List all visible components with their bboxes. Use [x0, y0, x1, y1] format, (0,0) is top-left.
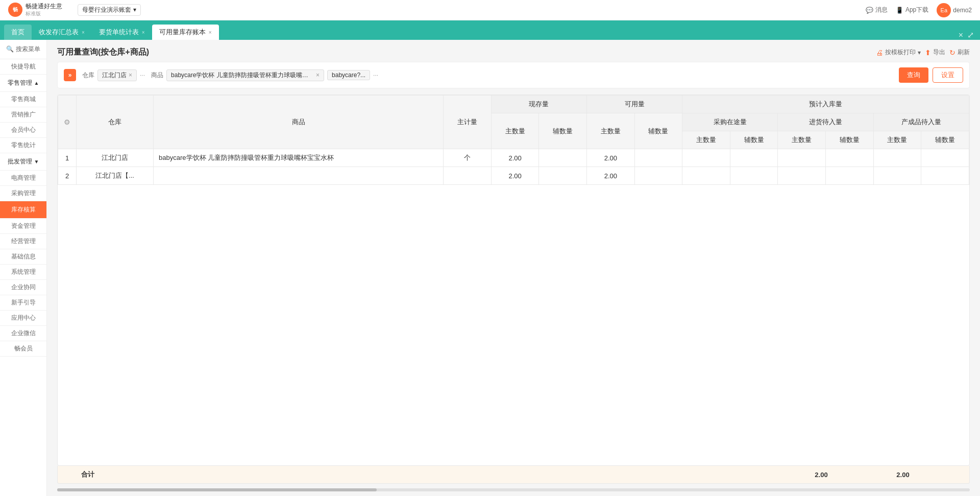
sidebar-item-jichu[interactable]: 基础信息 — [0, 249, 46, 265]
sidebar-item-xinshou[interactable]: 新手引导 — [0, 295, 46, 311]
sidebar-label-shangcheng: 零售商城 — [11, 96, 36, 103]
fullscreen-icon[interactable]: ⤢ — [967, 30, 974, 40]
sidebar-item-pifa[interactable]: 批发管理 ▼ — [0, 153, 46, 171]
tab-shoufacun[interactable]: 收发存汇总表 × — [32, 25, 92, 40]
cell-warehouse: 江北门店 — [77, 149, 154, 167]
tab-keyongliang[interactable]: 可用量库存账本 × — [152, 25, 219, 40]
store-name: 母婴行业演示账套 — [82, 6, 131, 14]
filter-toggle-btn[interactable]: » — [64, 69, 76, 81]
query-button[interactable]: 查询 — [899, 67, 928, 83]
th-purchase-label: 采购在途量 — [714, 118, 747, 126]
cell-stock-aux — [539, 167, 587, 185]
th-purchase-main: 主数量 — [682, 131, 730, 149]
product1-remove-icon[interactable]: × — [316, 72, 320, 79]
scroll-bar-thumb[interactable] — [57, 488, 377, 491]
tab-yaohuo[interactable]: 要货单统计表 × — [92, 25, 152, 40]
sidebar-label-kucun: 库存核算 — [11, 205, 36, 214]
refresh-icon: ↻ — [949, 49, 955, 57]
sidebar-label-jingying: 经营管理 — [11, 238, 36, 245]
th-main-unit: 主计量 — [444, 96, 492, 149]
th-avail-label: 可用量 — [625, 100, 645, 108]
cell-purchase-main — [682, 167, 730, 185]
sidebar-item-lingxiao[interactable]: 零售管理 ▲ — [0, 75, 46, 92]
sidebar-item-shangcheng[interactable]: 零售商城 — [0, 92, 46, 107]
tab-home[interactable]: 首页 — [4, 25, 32, 40]
cell-product — [154, 167, 444, 185]
product-more-icon[interactable]: ··· — [373, 72, 378, 79]
sidebar-item-zijin[interactable]: 资金管理 — [0, 219, 46, 234]
sidebar-label-dianshang: 电商管理 — [11, 174, 36, 181]
sidebar-item-jingying[interactable]: 经营管理 — [0, 234, 46, 249]
product-tag2[interactable]: babycare?... — [327, 70, 370, 80]
column-settings-icon[interactable]: ⚙ — [64, 118, 70, 126]
scroll-bar-track[interactable] — [57, 488, 970, 491]
cell-warehouse: 江北门店【... — [77, 167, 154, 185]
sidebar-label-xitong: 系统管理 — [11, 268, 36, 275]
settings-button[interactable]: 设置 — [933, 67, 963, 83]
message-btn[interactable]: 💬 消息 — [866, 6, 888, 14]
warehouse-more-icon[interactable]: ··· — [140, 72, 145, 79]
sidebar-item-yingxiao[interactable]: 营销推广 — [0, 107, 46, 123]
home-tab-label: 首页 — [11, 28, 24, 37]
store-selector[interactable]: 母婴行业演示账套 ▾ — [78, 4, 141, 16]
th-incoming-pending: 进货待入量 — [778, 113, 873, 131]
cell-stock-main: 2.00 — [491, 149, 539, 167]
sidebar-item-huiyuan[interactable]: 会员中心 — [0, 123, 46, 138]
sidebar-item-lingxiao-tj[interactable]: 零售统计 — [0, 138, 46, 153]
product-tag1[interactable]: babycare学饮杯 儿童防摔防撞吸管杯重力球吸嘴杯宝宝水杯 × — [166, 69, 324, 81]
th-produced-main: 主数量 — [873, 131, 921, 149]
print-icon: 🖨 — [876, 49, 883, 57]
th-stock-main: 主数量 — [491, 113, 539, 149]
sidebar-item-qiye-weixin[interactable]: 企业微信 — [0, 326, 46, 341]
warehouse-remove-icon[interactable]: × — [129, 72, 132, 79]
th-produced-pending: 产成品待入量 — [873, 113, 969, 131]
sidebar-item-quick-nav[interactable]: 快捷导航 — [0, 59, 46, 75]
product-tag1-value: babycare学饮杯 儿童防摔防撞吸管杯重力球吸嘴杯宝宝水杯 — [171, 71, 314, 80]
th-incoming-label: 进货待入量 — [809, 118, 842, 126]
app-download-btn[interactable]: 📱 App下载 — [896, 6, 928, 14]
top-bar-left: 畅 畅捷通好生意 标准版 母婴行业演示账套 ▾ — [8, 3, 141, 17]
cell-avail-aux — [634, 149, 682, 167]
close-yaohuo-icon[interactable]: × — [142, 30, 145, 35]
th-available: 可用量 — [587, 96, 682, 113]
logo-icon: 畅 — [8, 3, 22, 17]
tab-actions: × ⤢ — [959, 30, 980, 40]
phone-icon: 📱 — [896, 7, 903, 14]
close-keyongliang-icon[interactable]: × — [209, 30, 212, 35]
user-area[interactable]: Ea demo2 — [937, 3, 972, 17]
sidebar-label-huiyuan: 会员中心 — [11, 126, 36, 133]
sidebar-item-dianshang[interactable]: 电商管理 — [0, 171, 46, 186]
cell-index: 1 — [58, 149, 77, 167]
sidebar-item-xitong[interactable]: 系统管理 — [0, 265, 46, 280]
yaohuo-tab-label: 要货单统计表 — [99, 28, 139, 37]
refresh-btn[interactable]: ↻ 刷新 — [949, 48, 970, 57]
header-actions: 🖨 按模板打印 ▾ ⬆ 导出 ↻ 刷新 — [876, 48, 970, 57]
logo-area: 畅 畅捷通好生意 标准版 — [8, 3, 62, 17]
page-title: 可用量查询(按仓库+商品) — [57, 47, 149, 58]
scroll-bar-area[interactable] — [57, 486, 970, 494]
th-stock-label: 现存量 — [529, 100, 549, 108]
table-row: 2 江北门店【... 2.00 2.00 — [58, 167, 969, 185]
export-btn[interactable]: ⬆ 导出 — [925, 48, 945, 57]
sidebar-item-qiye-xietong[interactable]: 企业协同 — [0, 280, 46, 295]
search-label: 搜索菜单 — [16, 45, 40, 53]
th-avail-aux: 辅数量 — [634, 113, 682, 149]
sidebar-label-caigou: 采购管理 — [11, 190, 36, 197]
warehouse-tag[interactable]: 江北门店 × — [97, 69, 137, 81]
sidebar-item-yingyong[interactable]: 应用中心 — [0, 311, 46, 326]
cell-incoming-main — [778, 149, 826, 167]
sidebar-search[interactable]: 🔍 搜索菜单 — [0, 40, 46, 59]
sidebar-label-qiye-weixin: 企业微信 — [11, 329, 36, 337]
cell-produced-aux — [921, 167, 969, 185]
footer-avail-total: 2.00 — [883, 471, 923, 479]
sidebar-label-lingxiao: 零售管理 — [8, 79, 32, 87]
cell-avail-aux — [634, 167, 682, 185]
sidebar-item-chang-huiyuan[interactable]: 畅会员 — [0, 341, 46, 357]
sidebar-item-kucun[interactable]: 库存核算 — [0, 201, 46, 219]
close-all-tabs-icon[interactable]: × — [959, 31, 963, 40]
sidebar-item-caigou[interactable]: 采购管理 — [0, 186, 46, 201]
cell-produced-main — [873, 149, 921, 167]
print-btn[interactable]: 🖨 按模板打印 ▾ — [876, 48, 921, 57]
top-bar: 畅 畅捷通好生意 标准版 母婴行业演示账套 ▾ 💬 消息 📱 App下载 Ea … — [0, 0, 980, 20]
close-shoufacun-icon[interactable]: × — [82, 30, 85, 35]
